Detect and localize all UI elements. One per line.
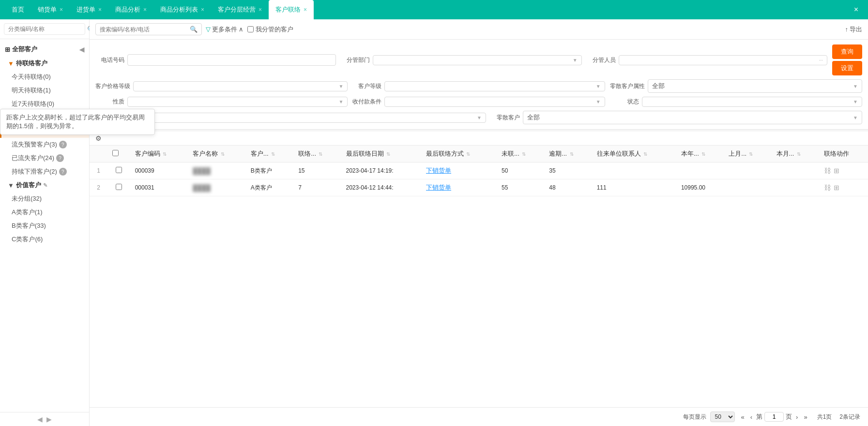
sort-icon-lmonth[interactable]: ⇅ xyxy=(749,151,753,157)
left-sidebar: 🔍 ⊞ 全部客户 ◀ ▼ 待联络客户 今天待联络(0) 明天待联络(1) 近7天… xyxy=(0,19,90,426)
my-customer-checkbox[interactable] xyxy=(247,26,254,32)
sidebar-all-customers[interactable]: ⊞ 全部客户 ◀ xyxy=(0,42,89,57)
sidebar-item-already-lost[interactable]: 已流失客户(24) ? xyxy=(0,151,89,165)
nav-close-purchase[interactable]: × xyxy=(98,6,102,13)
action-grid-2[interactable]: ⊞ xyxy=(834,184,839,191)
nav-item-home[interactable]: 首页 xyxy=(5,0,31,19)
gender-select[interactable]: ▼ xyxy=(127,97,348,107)
payment-chevron: ▼ xyxy=(596,99,601,104)
dept-select[interactable]: ▼ xyxy=(373,55,581,65)
cell-name-2: ████ xyxy=(188,179,246,196)
action-link-2[interactable]: ⛓ xyxy=(824,184,831,191)
cell-contact-2: 7 xyxy=(293,179,341,196)
sidebar-next-arrow[interactable]: ▶ xyxy=(46,415,52,423)
nav-close-customer-tier[interactable]: × xyxy=(259,6,262,13)
settings-button[interactable]: 设置 xyxy=(832,61,862,75)
sort-icon-code[interactable]: ⇅ xyxy=(163,151,167,157)
value-group-edit-icon[interactable]: ✎ xyxy=(43,182,47,189)
filter-row-4: ... 客户类型 ▼ 零散客户 全部 ▼ xyxy=(95,111,862,124)
sidebar-item-today[interactable]: 今天待联络(0) xyxy=(0,70,89,84)
sidebar-item-tomorrow[interactable]: 明天待联络(1) xyxy=(0,84,89,97)
sort-icon-type[interactable]: ⇅ xyxy=(271,151,275,157)
sidebar-pending-group[interactable]: ▼ 待联络客户 xyxy=(0,57,89,70)
table-settings-icon[interactable]: ⚙ xyxy=(95,134,102,142)
sort-icon-overdue[interactable]: ⇅ xyxy=(570,151,574,157)
cell-overdue-2: 48 xyxy=(544,179,592,196)
per-page-select[interactable]: 50 20 100 xyxy=(710,411,735,422)
payment-select[interactable]: ▼ xyxy=(384,97,605,107)
sort-icon-date[interactable]: ⇅ xyxy=(386,151,390,157)
first-page-button[interactable]: « xyxy=(739,412,746,422)
customer-level-chevron: ▼ xyxy=(596,84,601,89)
th-num xyxy=(90,146,107,162)
customer-level-select[interactable]: ▼ xyxy=(384,81,605,91)
dept-label: 分管部门 xyxy=(341,56,370,64)
sort-icon-uncontacted[interactable]: ⇅ xyxy=(522,151,526,157)
more-filters-button[interactable]: ▽ 更多条件 ∧ xyxy=(206,25,244,34)
sidebar-prev-arrow[interactable]: ◀ xyxy=(37,415,43,423)
status-select[interactable]: ▼ xyxy=(642,97,862,107)
sidebar-value-group[interactable]: ▼ 价值客户 ✎ xyxy=(0,178,89,192)
cell-actions-1: ⛓ ⊞ xyxy=(819,162,868,179)
phone-input[interactable] xyxy=(127,54,336,66)
search-input[interactable] xyxy=(100,26,190,33)
sidebar-collapse-icon[interactable]: ◀ xyxy=(79,46,84,53)
export-button[interactable]: ↑ 导出 xyxy=(845,25,863,34)
nav-close-analysis[interactable]: × xyxy=(143,6,147,13)
customer-type-select[interactable]: ▼ xyxy=(147,113,486,123)
prev-page-button[interactable]: ‹ xyxy=(748,412,754,422)
last-page-button[interactable]: » xyxy=(802,412,809,422)
action-link-1[interactable]: ⛓ xyxy=(824,167,831,175)
nav-close-analysis-list[interactable]: × xyxy=(201,6,204,13)
select-all-checkbox[interactable] xyxy=(112,150,119,156)
status-label: 状态 xyxy=(610,98,639,106)
retail-customer-select[interactable]: 全部 ▼ xyxy=(523,111,862,124)
th-last-contact-method: 最后联络方式 ⇅ xyxy=(421,146,497,162)
declining-icon: ? xyxy=(59,168,67,176)
cell-method-1: 下销货单 xyxy=(421,162,497,179)
cell-person-2: 111 xyxy=(592,179,676,196)
next-page-button[interactable]: › xyxy=(794,412,800,422)
th-last-month: 上月... ⇅ xyxy=(724,146,771,162)
action-grid-1[interactable]: ⊞ xyxy=(834,167,839,175)
pagination: 每页显示 50 20 100 « ‹ 第 页 › » 共1页 2条记录 xyxy=(90,407,868,426)
sort-icon-year[interactable]: ⇅ xyxy=(701,151,705,157)
sort-icon-method[interactable]: ⇅ xyxy=(466,151,470,157)
sidebar-item-class-a[interactable]: A类客户(1) xyxy=(0,206,89,219)
window-close-button[interactable]: × xyxy=(849,5,863,14)
sidebar-item-class-c[interactable]: C类客户(6) xyxy=(0,233,89,246)
cell-lmonth-1 xyxy=(724,162,771,179)
nav-item-sales[interactable]: 销货单 × xyxy=(31,0,70,19)
sort-icon-person[interactable]: ⇅ xyxy=(643,151,647,157)
sidebar-item-declining[interactable]: 持续下滑客户(2) ? xyxy=(0,165,89,178)
cell-type-1: B类客户 xyxy=(246,162,293,179)
manager-select[interactable]: ··· xyxy=(619,55,827,65)
sidebar-item-lost-preview[interactable]: 流失预警客户(3) ? xyxy=(0,138,89,151)
nav-item-purchase[interactable]: 进货单 × xyxy=(70,0,108,19)
sort-icon-tmonth[interactable]: ⇅ xyxy=(797,151,801,157)
nav-item-analysis-list[interactable]: 商品分析列表 × xyxy=(153,0,211,19)
nav-item-customer-contact[interactable]: 客户联络 × xyxy=(269,0,314,19)
nav-close-customer-contact[interactable]: × xyxy=(304,6,307,13)
sidebar-search-input[interactable] xyxy=(4,23,85,35)
method-link-1[interactable]: 下销货单 xyxy=(426,167,451,174)
row-checkbox-1[interactable] xyxy=(116,167,122,173)
sort-icon-contact[interactable]: ⇅ xyxy=(319,151,322,157)
price-level-select[interactable]: ▼ xyxy=(133,81,348,91)
customer-level-label: 客户等级 xyxy=(352,82,381,90)
manager-label: 分管人员 xyxy=(587,56,616,64)
dept-chevron: ▼ xyxy=(573,58,578,63)
nav-item-customer-tier[interactable]: 客户分层经营 × xyxy=(211,0,269,19)
nav-close-sales[interactable]: × xyxy=(60,6,63,13)
search-button[interactable]: 🔍 xyxy=(190,26,198,33)
sidebar-item-ungroup[interactable]: 未分组(32) xyxy=(0,192,89,206)
nav-item-analysis[interactable]: 商品分析 × xyxy=(108,0,153,19)
row-checkbox-2[interactable] xyxy=(116,184,122,190)
filter-area: 电话号码 分管部门 ▼ 分管人员 ··· xyxy=(90,40,868,130)
page-input[interactable] xyxy=(764,412,784,422)
query-button[interactable]: 查询 xyxy=(832,44,862,59)
retail-attr-select[interactable]: 全部 ▼ xyxy=(648,79,862,93)
method-link-2[interactable]: 下销货单 xyxy=(426,184,451,191)
sidebar-item-class-b[interactable]: B类客户(33) xyxy=(0,219,89,233)
sort-icon-name[interactable]: ⇅ xyxy=(221,151,225,157)
